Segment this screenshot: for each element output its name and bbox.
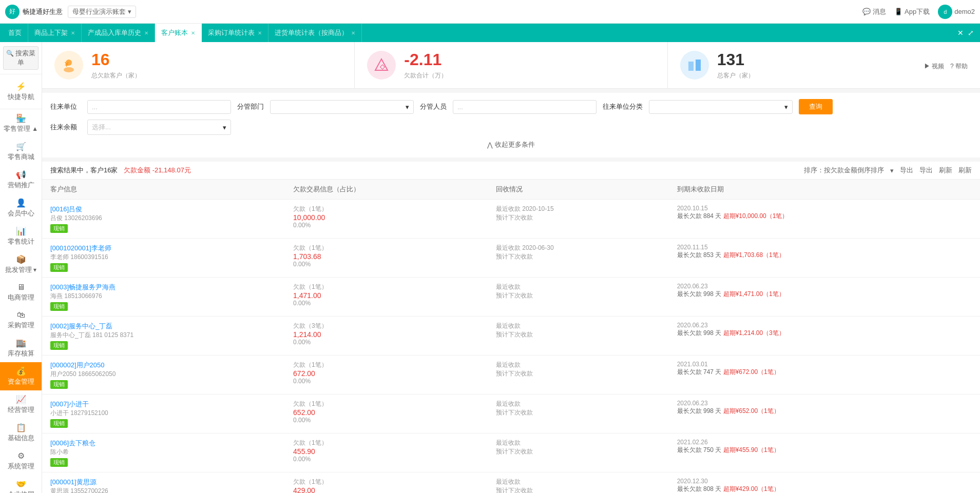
sidebar-item-quick-nav[interactable]: ⚡ 快捷导航 (0, 77, 42, 106)
sidebar-item-ecommerce[interactable]: 🖥 电商管理 (0, 279, 42, 306)
logo-area[interactable]: 好 畅捷通好生意 (5, 5, 63, 19)
cell-debt-1: 欠款（1笔） 1,703.68 0.00% (285, 239, 488, 278)
customer-name-6[interactable]: [0006]去下粮仓 (50, 439, 277, 448)
tab-goods[interactable]: 商品上下架 ✕ (28, 24, 82, 42)
customer-name-0[interactable]: [0016]吕俊 (50, 205, 277, 214)
sidebar-item-marketing-label: 营销推广 (8, 181, 34, 189)
sidebar-item-marketing[interactable]: 📢 营销推广 (0, 166, 42, 194)
sidebar-item-system[interactable]: ⚙ 系统管理 (0, 447, 42, 475)
tab-expand-icon[interactable]: ⤢ (968, 29, 974, 37)
debt-amount-5[interactable]: 652.00 (293, 408, 479, 417)
refresh-btn[interactable]: 刷新 (939, 166, 952, 175)
debt-percent-2: 0.00% (293, 300, 479, 307)
export-label[interactable]: 导出 (919, 166, 933, 175)
app-download-btn[interactable]: 📱 App下载 (894, 7, 930, 16)
refresh-label[interactable]: 刷新 (958, 166, 972, 175)
overdue-link-6[interactable]: 超期¥455.90（1笔） (723, 446, 780, 453)
sidebar-item-retail-stats[interactable]: 📊 零售统计 (0, 222, 42, 250)
tab-incoming-stats-label: 进货单统计表（按商品） (275, 28, 348, 37)
tab-home[interactable]: 首页 (2, 24, 28, 42)
cell-debt-7: 欠款（1笔） 429.00 0.00% (285, 472, 488, 494)
debt-amount-6[interactable]: 455.90 (293, 447, 479, 456)
stat-card-customers-info: 16 总欠款客户（家） (91, 50, 141, 80)
customer-name-2[interactable]: [0003]畅捷服务尹海燕 (50, 283, 277, 292)
sidebar-item-operations[interactable]: 📈 经营管理 (0, 390, 42, 419)
due-date-1: 2020.11.15 (677, 244, 972, 251)
close-purchase-icon[interactable]: ✕ (258, 30, 262, 36)
app-download-label: App下载 (905, 7, 930, 16)
close-goods-icon[interactable]: ✕ (71, 30, 75, 36)
customer-name-7[interactable]: [000001]黄思源 (50, 478, 277, 487)
tab-close-all-icon[interactable]: ✕ (957, 29, 964, 37)
stat-card-debt: ◇ -2.11 欠款合计（万） (355, 42, 667, 88)
svg-rect-6 (696, 60, 701, 71)
sidebar-item-finance[interactable]: 💰 资金管理 (0, 362, 42, 390)
debt-count-4: 欠款（1笔） (293, 361, 479, 369)
overdue-link-4[interactable]: 超期¥672.00（1笔） (723, 368, 780, 376)
marketing-icon: 📢 (2, 170, 40, 180)
overdue-link-7[interactable]: 超期¥429.00（1笔） (723, 485, 780, 492)
sidebar-item-retail-mgmt[interactable]: 🏪 零售管理 ▲ (0, 109, 42, 137)
close-customer-icon[interactable]: ✕ (191, 30, 195, 36)
customer-name-4[interactable]: [000002]用户2050 (50, 361, 277, 370)
overdue-link-0[interactable]: 超期¥10,000.00（1笔） (723, 212, 789, 220)
data-table: 客户信息 欠款交易信息（占比） 回收情况 到期未收款日期 [0016]吕俊 吕俊 (42, 180, 980, 493)
close-production-icon[interactable]: ✕ (144, 30, 148, 36)
customer-name-1[interactable]: [0001020001]李老师 (50, 244, 277, 253)
last-collect-6: 最近收款 (496, 439, 661, 447)
balance-placeholder: 选择... (92, 123, 111, 132)
category-select[interactable]: ▾ (649, 100, 793, 114)
branch-select[interactable]: ▾ (270, 100, 414, 114)
user-menu[interactable]: d demo2 (938, 5, 975, 19)
store-name: 母婴行业演示账套 (72, 7, 126, 16)
tab-incoming-stats[interactable]: 进货单统计表（按商品） ✕ (268, 24, 362, 42)
svg-rect-5 (688, 62, 694, 71)
message-btn[interactable]: 💬 消息 (862, 7, 886, 16)
tab-production[interactable]: 产成品入库单历史 ✕ (82, 24, 155, 42)
sidebar-item-warehouse[interactable]: 🏬 库存核算 (0, 334, 42, 362)
tab-purchase-order[interactable]: 采购订单统计表 ✕ (202, 24, 268, 42)
customer-sub-0: 吕俊 13026203696 (50, 214, 277, 223)
tab-purchase-order-label: 采购订单统计表 (208, 28, 255, 37)
sidebar: 🔍 搜索菜单 ⚡ 快捷导航 🏪 零售管理 ▲ 🛒 零售商城 📢 营销推广 👤 会… (0, 42, 42, 493)
debt-amount-3[interactable]: 1,214.00 (293, 330, 479, 339)
collapse-btn[interactable]: ⋀ 收起更多条件 (50, 140, 972, 149)
sidebar-item-member[interactable]: 👤 会员中心 (0, 194, 42, 222)
debt-amount-4[interactable]: 672.00 (293, 369, 479, 378)
stat-value-total: 131 (717, 50, 754, 69)
customer-name-5[interactable]: [0007]小进干 (50, 400, 277, 409)
overdue-link-1[interactable]: 超期¥1,703.68（1笔） (723, 251, 785, 259)
sidebar-item-batch-mgmt[interactable]: 📦 批发管理 ▾ (0, 250, 42, 279)
overdue-link-2[interactable]: 超期¥1,471.00（1笔） (723, 290, 785, 298)
sidebar-item-retail-mall[interactable]: 🛒 零售商城 (0, 137, 42, 166)
manager-input[interactable]: ... (453, 100, 597, 114)
sort-arrow: ▾ (890, 167, 894, 174)
debt-amount-7[interactable]: 429.00 (293, 486, 479, 493)
balance-select[interactable]: 选择... ▾ (87, 120, 231, 135)
search-menu-btn[interactable]: 🔍 搜索菜单 (3, 46, 39, 70)
customer-sub-5: 小进干 18279152100 (50, 409, 277, 418)
store-select[interactable]: 母婴行业演示账套 ▾ (68, 6, 136, 18)
cell-customer-1: [0001020001]李老师 李老师 18600391516 现销 (42, 239, 285, 278)
help-btn[interactable]: ? 帮助 (950, 62, 968, 71)
video-btn[interactable]: ▶ 视频 (924, 62, 944, 71)
sidebar-item-basic-info[interactable]: 📋 基础信息 (0, 419, 42, 447)
stat-card-debt-info: -2.11 欠款合计（万） (404, 50, 447, 80)
debt-amount-0[interactable]: 10,000.00 (293, 213, 479, 222)
overdue-link-5[interactable]: 超期¥652.00（1笔） (723, 407, 780, 415)
customer-name-3[interactable]: [0002]服务中心_丁磊 (50, 322, 277, 331)
branch-label: 分管部门 (237, 102, 264, 111)
export-btn[interactable]: 导出 (900, 166, 913, 175)
search-btn[interactable]: 查询 (799, 99, 833, 114)
customer-unit-input[interactable]: ... (87, 100, 231, 114)
debt-amount-1[interactable]: 1,703.68 (293, 252, 479, 261)
tab-customer-account[interactable]: 客户账本 ✕ (155, 24, 202, 42)
sidebar-item-purchase[interactable]: 🛍 采购管理 (0, 306, 42, 334)
overdue-link-3[interactable]: 超期¥1,214.00（3笔） (723, 329, 785, 337)
debt-amount-2[interactable]: 1,471.00 (293, 291, 479, 300)
cell-due-4: 2021.03.01 最长欠款 747 天 超期¥672.00（1笔） (669, 356, 980, 395)
table-row: [0007]小进干 小进干 18279152100 现销 欠款（1笔） 652.… (42, 395, 980, 433)
system-icon: ⚙ (2, 451, 40, 461)
close-incoming-icon[interactable]: ✕ (351, 30, 355, 36)
sidebar-item-enterprise[interactable]: 🤝 企业协同 (0, 475, 42, 493)
